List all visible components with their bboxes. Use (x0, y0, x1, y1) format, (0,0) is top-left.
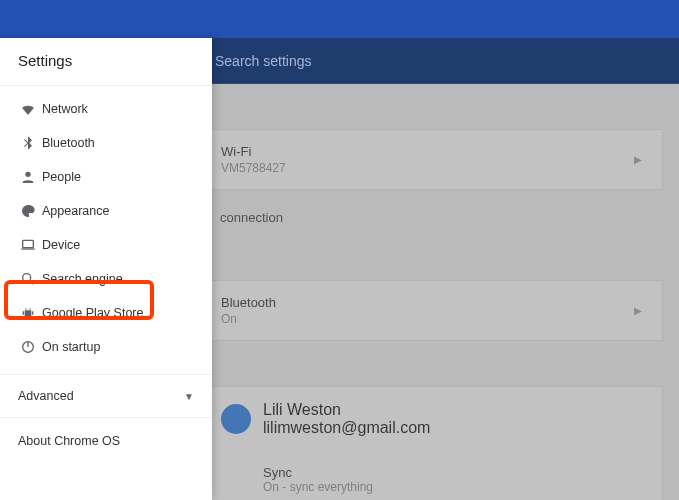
wifi-title: Wi-Fi (221, 144, 286, 159)
bluetooth-title: Bluetooth (221, 295, 276, 310)
settings-sidebar: Settings Network Bluetooth People Appear… (0, 38, 212, 500)
sidebar-item-google-play-store[interactable]: Google Play Store (0, 296, 212, 330)
sidebar-item-network[interactable]: Network (0, 92, 212, 126)
svg-rect-2 (21, 248, 34, 249)
sidebar-item-label: Search engine (42, 272, 198, 286)
sidebar-item-label: People (42, 170, 198, 184)
bluetooth-card: Bluetooth On ▶ (200, 280, 663, 341)
divider (0, 417, 212, 418)
svg-rect-9 (32, 311, 33, 315)
svg-point-6 (25, 308, 26, 309)
advanced-label: Advanced (18, 389, 74, 403)
section-header-bluetooth (170, 235, 679, 280)
divider (0, 374, 212, 375)
sidebar-item-on-startup[interactable]: On startup (0, 330, 212, 364)
sidebar-item-label: Bluetooth (42, 136, 198, 150)
avatar (221, 404, 251, 434)
people-card: Lili Weston lilimweston@gmail.com Sync O… (200, 386, 663, 500)
sidebar-item-people[interactable]: People (0, 160, 212, 194)
add-connection-row[interactable]: connection (170, 190, 679, 235)
sync-title: Sync (263, 465, 642, 480)
svg-rect-5 (25, 310, 32, 316)
svg-point-0 (25, 172, 30, 177)
sidebar-item-label: Appearance (42, 204, 198, 218)
wifi-icon (14, 101, 42, 117)
sidebar-item-label: Google Play Store (42, 306, 198, 320)
window-titlebar (0, 0, 679, 38)
sync-subtitle: On - sync everything (263, 480, 642, 494)
caret-down-icon: ▼ (184, 391, 194, 402)
svg-line-4 (30, 281, 33, 284)
chevron-right-icon: ▶ (634, 305, 642, 316)
bluetooth-row[interactable]: Bluetooth On ▶ (201, 281, 662, 340)
svg-rect-8 (23, 311, 24, 315)
page-title: Settings (0, 38, 212, 86)
about-link[interactable]: About Chrome OS (0, 422, 212, 460)
palette-icon (14, 203, 42, 219)
advanced-toggle[interactable]: Advanced ▼ (0, 379, 212, 413)
network-card: Wi-Fi VM5788427 ▶ (200, 129, 663, 190)
svg-rect-1 (23, 240, 34, 247)
sidebar-item-appearance[interactable]: Appearance (0, 194, 212, 228)
power-icon (14, 339, 42, 355)
svg-point-3 (23, 274, 31, 282)
svg-point-7 (29, 308, 30, 309)
user-row[interactable]: Lili Weston lilimweston@gmail.com (201, 387, 662, 451)
search-icon (14, 271, 42, 287)
section-header-people (170, 341, 679, 386)
wifi-row[interactable]: Wi-Fi VM5788427 ▶ (201, 130, 662, 189)
user-email: lilimweston@gmail.com (263, 419, 430, 437)
bluetooth-subtitle: On (221, 312, 276, 326)
person-icon (14, 169, 42, 185)
bluetooth-icon (14, 135, 42, 151)
sidebar-item-bluetooth[interactable]: Bluetooth (0, 126, 212, 160)
svg-rect-11 (29, 316, 30, 319)
sidebar-item-label: On startup (42, 340, 198, 354)
android-icon (14, 305, 42, 321)
section-header-network (170, 84, 679, 129)
search-placeholder: Search settings (215, 53, 312, 69)
sidebar-item-device[interactable]: Device (0, 228, 212, 262)
sidebar-item-label: Device (42, 238, 198, 252)
nav-list: Network Bluetooth People Appearance Devi… (0, 86, 212, 370)
sidebar-item-label: Network (42, 102, 198, 116)
sync-row[interactable]: Sync On - sync everything (201, 451, 662, 500)
wifi-subtitle: VM5788427 (221, 161, 286, 175)
laptop-icon (14, 237, 42, 253)
sidebar-item-search-engine[interactable]: Search engine (0, 262, 212, 296)
user-name: Lili Weston (263, 401, 430, 419)
svg-rect-10 (26, 316, 27, 319)
chevron-right-icon: ▶ (634, 154, 642, 165)
about-label: About Chrome OS (18, 434, 120, 448)
